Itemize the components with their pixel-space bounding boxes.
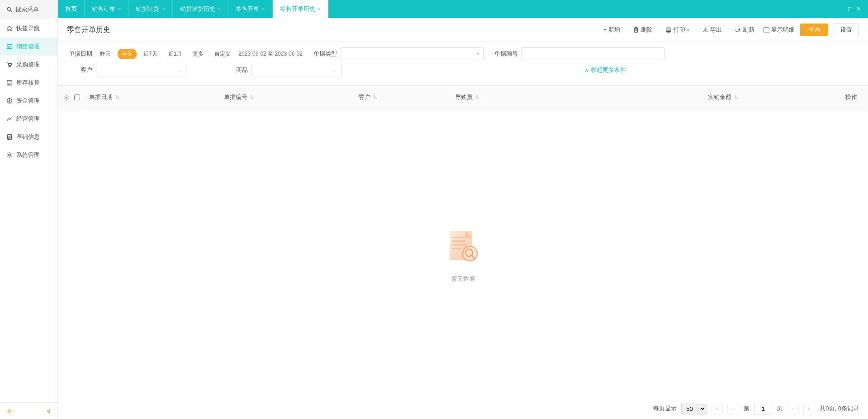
- svg-rect-19: [635, 28, 638, 33]
- sales-icon: [6, 43, 13, 50]
- page-size-select[interactable]: 10 20 50 100: [681, 403, 707, 414]
- table-headers: 单据日期 ⇅ 单据编号 ⇅ 客户 ⇅: [84, 89, 863, 105]
- sidebar-item-purchase-mgmt[interactable]: 采购管理: [0, 56, 57, 74]
- filter-goods: 商品 ...: [223, 64, 342, 76]
- date-label: 单据日期: [67, 50, 92, 58]
- tab-retail-open-history[interactable]: 零售开单历史 ×: [273, 0, 328, 18]
- query-button[interactable]: 查询: [800, 24, 828, 36]
- tab-sales-order-label: 销售订单: [92, 5, 115, 13]
- th-no-label: 单据编号: [224, 94, 247, 100]
- goods-ellipsis: ...: [333, 67, 338, 74]
- tab-sales-return[interactable]: 销货退货 ×: [128, 0, 172, 18]
- date-today[interactable]: 今天: [118, 49, 137, 59]
- pagination: 每页显示 10 20 50 100 « ‹ 第 页 › » 共0页, 0条记录: [58, 398, 868, 419]
- last-page-btn[interactable]: »: [803, 403, 815, 414]
- tab-sales-return-history-label: 销货退货历史: [180, 5, 215, 13]
- display-detail-checkbox[interactable]: 显示明细: [764, 26, 795, 34]
- display-detail-input[interactable]: [764, 27, 769, 33]
- sidebar-item-label: 库存核算: [16, 79, 40, 87]
- window-close-btn[interactable]: ×: [857, 5, 861, 13]
- doc-type-select[interactable]: ▾: [341, 47, 484, 60]
- next-page-btn[interactable]: ›: [787, 403, 799, 414]
- collapse-button[interactable]: ∧ 收起更多条件: [584, 64, 626, 76]
- export-icon: [702, 27, 708, 33]
- doc-no-input[interactable]: [522, 47, 664, 60]
- delete-button[interactable]: 删除: [629, 24, 656, 36]
- sort-no-icon[interactable]: ⇅: [250, 94, 254, 100]
- tab-sales-order-close[interactable]: ×: [118, 6, 121, 12]
- settings-footer-icon[interactable]: [6, 407, 13, 414]
- table-toolbar: 单据日期 ⇅ 单据编号 ⇅ 客户 ⇅: [58, 86, 868, 109]
- tab-retail-open-close[interactable]: ×: [262, 6, 265, 12]
- date-last1m[interactable]: 近1月: [164, 49, 186, 59]
- th-date-label: 单据日期: [89, 94, 113, 100]
- sidebar-item-sys-mgmt[interactable]: 系统管理: [0, 146, 57, 164]
- date-last7[interactable]: 近7天: [139, 49, 161, 59]
- refresh-label: 刷新: [743, 26, 754, 34]
- table-settings-icon[interactable]: [63, 94, 70, 101]
- page-input[interactable]: [754, 403, 772, 414]
- tab-sales-return-label: 销货退货: [136, 5, 159, 13]
- sidebar-footer: [0, 402, 57, 419]
- tab-sales-return-history[interactable]: 销货退货历史 ×: [173, 0, 228, 18]
- svg-rect-27: [452, 237, 468, 238]
- sidebar-item-basic-info[interactable]: 基础信息: [0, 128, 57, 146]
- svg-point-25: [66, 97, 67, 99]
- tab-home-label: 首页: [65, 5, 77, 13]
- select-all-checkbox[interactable]: [74, 94, 80, 100]
- prev-page-btn[interactable]: ‹: [727, 403, 739, 414]
- print-button[interactable]: 打印 ▾: [662, 24, 693, 36]
- svg-line-1: [10, 10, 12, 12]
- th-action-label: 操作: [845, 94, 857, 100]
- sort-amount-icon[interactable]: ⇅: [734, 94, 738, 100]
- tab-sales-order[interactable]: 销售订单 ×: [85, 0, 128, 18]
- date-more[interactable]: 更多: [189, 49, 208, 59]
- collapse-sidebar-icon[interactable]: [45, 407, 51, 414]
- sort-date-icon[interactable]: ⇅: [115, 94, 119, 100]
- tab-bar: 首页 销售订单 × 销货退货 × 销货退货历史 × 零售开单 × 零售开单历史 …: [58, 0, 868, 18]
- tab-sales-return-history-close[interactable]: ×: [218, 6, 221, 12]
- basic-icon: [6, 134, 13, 140]
- customer-input[interactable]: ...: [96, 64, 186, 76]
- sidebar-search[interactable]: 搜索采单: [0, 0, 57, 19]
- svg-rect-2: [7, 45, 12, 49]
- goods-input[interactable]: ...: [251, 64, 342, 76]
- sort-guide-icon[interactable]: ⇅: [475, 94, 479, 100]
- date-yesterday[interactable]: 昨天: [96, 49, 115, 59]
- sidebar-item-operation[interactable]: 经营管理: [0, 110, 57, 128]
- svg-point-5: [9, 66, 9, 67]
- tab-sales-return-close[interactable]: ×: [162, 6, 165, 12]
- sidebar-item-inventory[interactable]: 库存核算: [0, 74, 57, 92]
- empty-state: 暂无数据: [58, 109, 868, 398]
- setting-button[interactable]: 设置: [834, 24, 859, 36]
- chevron-up-icon: ∧: [584, 67, 589, 74]
- tab-home[interactable]: 首页: [58, 0, 85, 18]
- export-button[interactable]: 导出: [698, 24, 726, 36]
- filter-row-1: 单据日期 昨天 今天 近7天 近1月 更多 自定义 2023-06-02 至 2…: [67, 47, 859, 60]
- print-icon: [665, 27, 672, 33]
- date-custom[interactable]: 自定义: [210, 49, 235, 59]
- empty-illustration: [441, 224, 486, 269]
- customer-ellipsis: ...: [177, 67, 182, 74]
- sidebar-item-finance[interactable]: 资金管理: [0, 92, 57, 110]
- main-area: 首页 销售订单 × 销货退货 × 销货退货历史 × 零售开单 × 零售开单历史 …: [58, 0, 868, 419]
- refresh-button[interactable]: 刷新: [731, 24, 758, 36]
- tab-retail-open-history-close[interactable]: ×: [318, 6, 321, 12]
- window-restore-btn[interactable]: □: [848, 5, 852, 13]
- tab-retail-open[interactable]: 零售开单 ×: [228, 0, 272, 18]
- th-date: 单据日期 ⇅: [84, 89, 218, 105]
- sort-customer-icon[interactable]: ⇅: [373, 94, 377, 100]
- sidebar-item-sales-mgmt[interactable]: 销售管理: [0, 38, 57, 56]
- first-page-btn[interactable]: «: [711, 403, 723, 414]
- sidebar-item-quick-nav[interactable]: 快捷导航: [0, 19, 57, 38]
- add-button[interactable]: + 新增: [600, 24, 624, 36]
- svg-point-0: [7, 7, 10, 10]
- sidebar-item-label: 快捷导航: [16, 24, 40, 33]
- add-label: + 新增: [603, 26, 620, 34]
- delete-label: 删除: [641, 26, 653, 34]
- purchase-icon: [6, 61, 13, 68]
- date-buttons: 昨天 今天 近7天 近1月 更多 自定义: [96, 49, 235, 59]
- filter-row-2: 客户 ... 商品 ... ∧ 收起更多条件: [67, 64, 859, 76]
- sidebar: 搜索采单 快捷导航 销售管理 采购管理: [0, 0, 58, 419]
- svg-point-6: [10, 66, 11, 67]
